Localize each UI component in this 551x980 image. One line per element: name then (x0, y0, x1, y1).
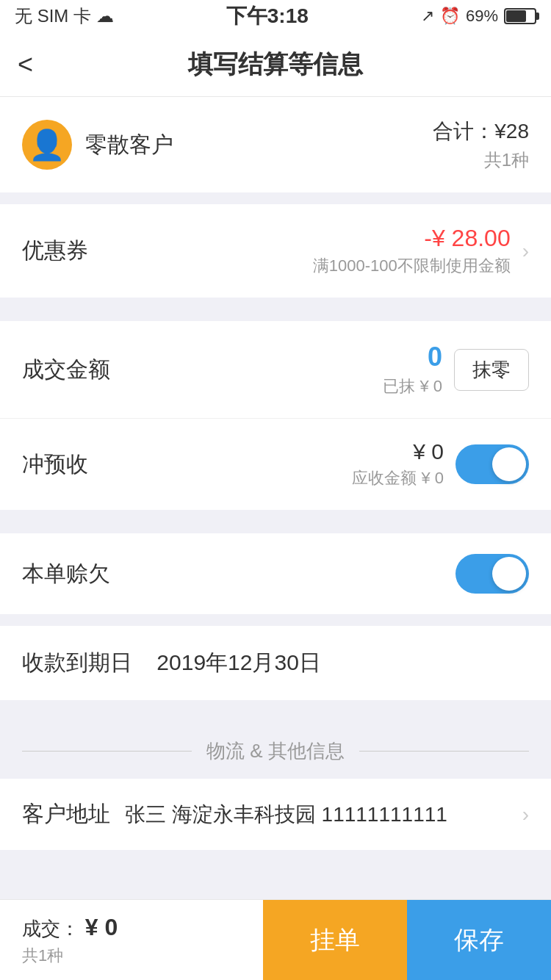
prepayment-right: ¥ 0 应收金额 ¥ 0 (352, 439, 529, 489)
page-title: 填写结算等信息 (188, 48, 363, 82)
customer-name: 零散客户 (85, 130, 173, 160)
round-zero-button[interactable]: 抹零 (454, 349, 529, 391)
coupon-desc: 满1000-100不限制使用金额 (313, 255, 511, 277)
sim-label: 无 SIM 卡 ☁ (15, 4, 114, 28)
coupon-section: 优惠券 -¥ 28.00 满1000-100不限制使用金额 › (0, 204, 551, 298)
coupon-amount: -¥ 28.00 (313, 225, 511, 252)
section-divider-3 (0, 712, 551, 724)
content: 👤 零散客户 合计：¥28 共1种 优惠券 -¥ 28.00 满1000-100… (0, 97, 551, 950)
logistics-divider: 物流 & 其他信息 (0, 724, 551, 779)
coupon-chevron-icon: › (522, 239, 529, 263)
customer-section: 👤 零散客户 合计：¥28 共1种 (0, 97, 551, 192)
toggle-knob (492, 447, 526, 481)
debt-toggle[interactable] (455, 554, 529, 594)
bottom-deal-label: 成交： (22, 918, 79, 940)
transaction-value-block: 0 已抹 ¥ 0 (383, 342, 442, 397)
coupon-label: 优惠券 (22, 236, 88, 266)
customer-total: 合计：¥28 (433, 118, 529, 145)
prepayment-value-block: ¥ 0 应收金额 ¥ 0 (352, 439, 444, 489)
logistics-label: 物流 & 其他信息 (206, 738, 345, 764)
address-chevron-icon: › (522, 803, 529, 826)
bottom-bar: 成交： ¥ 0 共1种 挂单 保存 (0, 899, 551, 980)
bottom-deal-amount: ¥ 0 (85, 914, 118, 940)
transaction-row: 成交金额 0 已抹 ¥ 0 抹零 (0, 321, 551, 419)
prepayment-sub: 应收金额 ¥ 0 (352, 467, 444, 489)
debt-right (455, 554, 529, 594)
prepayment-label: 冲预收 (22, 450, 88, 480)
location-icon: ↗ (421, 7, 434, 26)
alarm-icon: ⏰ (440, 7, 460, 26)
debt-toggle-knob (492, 557, 526, 591)
address-label: 客户地址 (22, 799, 110, 829)
status-right: ↗ ⏰ 69% (421, 7, 536, 26)
status-bar: 无 SIM 卡 ☁ 下午3:18 ↗ ⏰ 69% (0, 0, 551, 32)
status-left: 无 SIM 卡 ☁ (15, 4, 114, 28)
address-section: 客户地址 张三 海淀永丰科技园 11111111111 › (0, 779, 551, 850)
address-value: 张三 海淀永丰科技园 11111111111 (125, 801, 522, 829)
avatar-icon: 👤 (29, 128, 65, 162)
save-button[interactable]: 保存 (407, 900, 551, 981)
debt-row: 本单赊欠 (0, 533, 551, 614)
due-date-text: 收款到期日 2019年12月30日 (22, 650, 321, 674)
transaction-label: 成交金额 (22, 355, 110, 385)
battery-percent: 69% (466, 7, 498, 26)
section-divider-2 (0, 522, 551, 533)
divider-line-right (359, 751, 529, 752)
back-button[interactable]: < (18, 49, 33, 80)
section-divider-1 (0, 309, 551, 321)
transaction-section: 成交金额 0 已抹 ¥ 0 抹零 冲预收 ¥ 0 应收金额 ¥ 0 (0, 321, 551, 510)
customer-count: 共1种 (433, 148, 529, 172)
transaction-sub: 已抹 ¥ 0 (383, 375, 442, 397)
prepayment-row: 冲预收 ¥ 0 应收金额 ¥ 0 (0, 419, 551, 510)
battery-icon (504, 8, 536, 24)
transaction-right: 0 已抹 ¥ 0 抹零 (383, 342, 529, 397)
debt-label: 本单赊欠 (22, 559, 110, 589)
divider-line-left (22, 751, 192, 752)
prepayment-toggle[interactable] (455, 444, 529, 484)
due-date-label: 收款到期日 (22, 650, 132, 674)
bottom-deal-line: 成交： ¥ 0 (22, 914, 241, 942)
pending-button[interactable]: 挂单 (263, 900, 407, 981)
nav-bar: < 填写结算等信息 (0, 32, 551, 97)
due-date-value: 2019年12月30日 (156, 650, 320, 674)
bottom-info: 成交： ¥ 0 共1种 (0, 914, 263, 967)
due-date-section: 收款到期日 2019年12月30日 (0, 626, 551, 700)
coupon-value-block: -¥ 28.00 满1000-100不限制使用金额 (313, 225, 511, 277)
coupon-right: -¥ 28.00 满1000-100不限制使用金额 › (313, 225, 529, 277)
transaction-amount: 0 (383, 342, 442, 372)
address-row[interactable]: 客户地址 张三 海淀永丰科技园 11111111111 › (0, 779, 551, 850)
status-time: 下午3:18 (226, 2, 309, 30)
customer-right: 合计：¥28 共1种 (433, 118, 529, 172)
prepayment-amount: ¥ 0 (352, 439, 444, 464)
debt-section: 本单赊欠 (0, 533, 551, 614)
coupon-row[interactable]: 优惠券 -¥ 28.00 满1000-100不限制使用金额 › (0, 204, 551, 298)
customer-left: 👤 零散客户 (22, 120, 173, 170)
bottom-count: 共1种 (22, 945, 241, 967)
customer-avatar: 👤 (22, 120, 72, 170)
